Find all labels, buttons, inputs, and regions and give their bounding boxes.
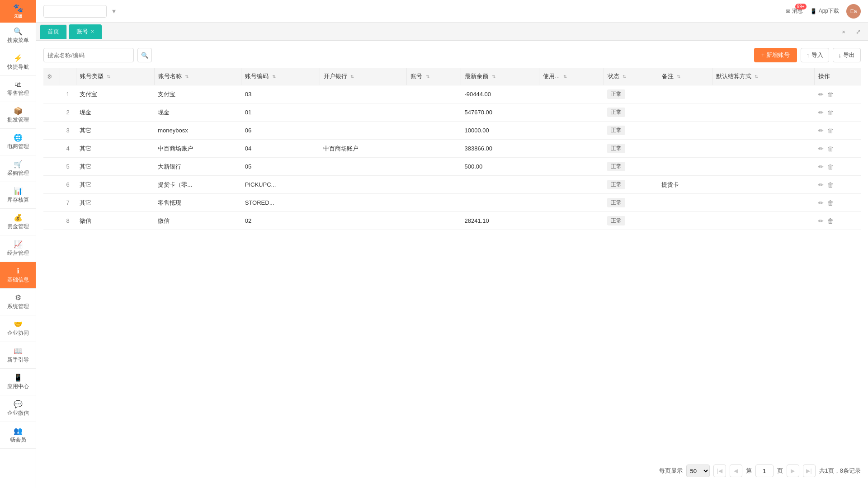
- search-input[interactable]: [43, 48, 134, 62]
- total-records-label: 共1页，8条记录: [819, 467, 861, 475]
- row-usage-cell: [539, 176, 604, 194]
- row-code-cell: 05: [241, 158, 320, 176]
- col-type[interactable]: 账号类型 ⇅: [76, 68, 154, 85]
- delete-icon[interactable]: 🗑: [827, 127, 834, 134]
- row-remark-cell: [658, 158, 712, 176]
- action-buttons: + 新增账号 ↑ 导入 ↓ 导出: [754, 48, 861, 62]
- export-button[interactable]: ↓ 导出: [833, 48, 861, 62]
- first-page-button[interactable]: |◀: [713, 465, 726, 477]
- next-page-button[interactable]: ▶: [787, 465, 799, 477]
- table-row: 5 其它 大新银行 05 500.00 正常 ✏ 🗑: [43, 158, 861, 176]
- import-button[interactable]: ↑ 导入: [801, 48, 829, 62]
- delete-icon[interactable]: 🗑: [827, 91, 834, 98]
- messages-button[interactable]: ✉ 消息 99+: [786, 7, 803, 15]
- delete-icon[interactable]: 🗑: [827, 145, 834, 152]
- sidebar-item-guide[interactable]: 📖 新手引导: [0, 342, 36, 369]
- current-page-input[interactable]: [755, 465, 774, 477]
- row-checkbox-cell: [43, 194, 60, 212]
- window-close-btn[interactable]: ×: [837, 25, 850, 38]
- col-bank[interactable]: 开户银行 ⇅: [320, 68, 406, 85]
- edit-icon[interactable]: ✏: [818, 109, 824, 116]
- top-search-dropdown[interactable]: ▾: [112, 7, 116, 15]
- col-settings[interactable]: ⚙: [43, 68, 60, 85]
- sidebar-item-member[interactable]: 👥 畅会员: [0, 422, 36, 449]
- status-badge: 正常: [607, 180, 625, 189]
- edit-icon[interactable]: ✏: [818, 163, 824, 170]
- sidebar-item-enterprise[interactable]: 🤝 企业协同: [0, 315, 36, 342]
- row-type-cell: 现金: [76, 103, 154, 122]
- row-usage-cell: [539, 158, 604, 176]
- delete-icon[interactable]: 🗑: [827, 109, 834, 116]
- sidebar-item-search[interactable]: 🔍 搜索菜单: [0, 23, 36, 49]
- sidebar-item-wholesale[interactable]: 📦 批发管理: [0, 102, 36, 129]
- edit-icon[interactable]: ✏: [818, 199, 824, 206]
- sidebar-item-ecommerce[interactable]: 🌐 电商管理: [0, 129, 36, 155]
- edit-icon[interactable]: ✏: [818, 145, 824, 152]
- row-account-cell: [406, 122, 461, 140]
- status-badge: 正常: [607, 108, 625, 117]
- accounts-table-wrap: ⚙ 账号类型 ⇅ 账号名称 ⇅ 账号编码 ⇅: [43, 68, 861, 455]
- col-account[interactable]: 账号 ⇅: [406, 68, 461, 85]
- window-maximize-btn[interactable]: ⤢: [852, 25, 864, 38]
- sidebar-item-shortcut[interactable]: ⚡ 快捷导航: [0, 49, 36, 76]
- col-usage[interactable]: 使用... ⇅: [539, 68, 604, 85]
- sidebar-item-finance[interactable]: 💰 资金管理: [0, 209, 36, 235]
- status-badge: 正常: [607, 162, 625, 171]
- tab-home[interactable]: 首页: [40, 24, 67, 39]
- edit-icon[interactable]: ✏: [818, 217, 824, 225]
- sidebar-item-appcenter[interactable]: 📱 应用中心: [0, 369, 36, 395]
- search-button[interactable]: 🔍: [137, 48, 152, 62]
- col-status[interactable]: 状态 ⇅: [604, 68, 658, 85]
- col-settlement-label: 默认结算方式: [716, 73, 751, 80]
- delete-icon[interactable]: 🗑: [827, 163, 834, 170]
- prev-page-button[interactable]: ◀: [730, 465, 742, 477]
- sidebar-item-search-label: 搜索菜单: [2, 37, 34, 44]
- sidebar-item-system[interactable]: ⚙ 系统管理: [0, 289, 36, 315]
- export-label: 导出: [843, 51, 855, 59]
- column-settings-icon[interactable]: ⚙: [47, 73, 52, 80]
- page-size-select[interactable]: 50 100: [686, 465, 710, 477]
- row-name-cell: 现金: [154, 103, 241, 122]
- wholesale-icon: 📦: [2, 107, 34, 115]
- add-account-button[interactable]: + 新增账号: [754, 48, 797, 62]
- row-actions-cell: ✏ 🗑: [815, 103, 861, 122]
- row-settlement-cell: [712, 140, 815, 158]
- row-balance-cell: [461, 194, 539, 212]
- col-settlement-sort-icon: ⇅: [755, 74, 758, 79]
- row-bank-cell: [320, 194, 406, 212]
- enterprise-icon: 🤝: [2, 320, 34, 328]
- delete-icon[interactable]: 🗑: [827, 199, 834, 206]
- last-page-button[interactable]: ▶|: [803, 465, 816, 477]
- col-balance[interactable]: 最新余额 ⇅: [461, 68, 539, 85]
- sidebar-item-wechat[interactable]: 💬 企业微信: [0, 395, 36, 422]
- row-balance-cell: 383866.00: [461, 140, 539, 158]
- top-search-input[interactable]: [43, 5, 107, 18]
- delete-icon[interactable]: 🗑: [827, 181, 834, 188]
- col-default-settlement[interactable]: 默认结算方式 ⇅: [712, 68, 815, 85]
- row-bank-cell: [320, 212, 406, 230]
- edit-icon[interactable]: ✏: [818, 127, 824, 134]
- tab-accounts-close[interactable]: ×: [91, 28, 94, 35]
- delete-icon[interactable]: 🗑: [827, 217, 834, 225]
- edit-icon[interactable]: ✏: [818, 91, 824, 98]
- sidebar-item-inventory[interactable]: 📊 库存核算: [0, 182, 36, 209]
- sidebar-item-operations[interactable]: 📈 经营管理: [0, 235, 36, 262]
- sidebar-item-wechat-label: 企业微信: [2, 409, 34, 417]
- edit-icon[interactable]: ✏: [818, 181, 824, 188]
- col-code[interactable]: 账号编码 ⇅: [241, 68, 320, 85]
- row-status-cell: 正常: [604, 194, 658, 212]
- tab-accounts-label: 账号: [76, 28, 88, 36]
- sidebar-item-purchase[interactable]: 🛒 采购管理: [0, 155, 36, 182]
- guide-icon: 📖: [2, 347, 34, 355]
- row-balance-cell: -90444.00: [461, 85, 539, 103]
- sidebar-item-basic[interactable]: ℹ 基础信息: [0, 262, 36, 289]
- col-remark[interactable]: 备注 ⇅: [658, 68, 712, 85]
- user-avatar[interactable]: Ea: [846, 4, 861, 19]
- col-name[interactable]: 账号名称 ⇅: [154, 68, 241, 85]
- col-actions: 操作: [815, 68, 861, 85]
- row-type-cell: 其它: [76, 194, 154, 212]
- app-download-button[interactable]: 📱 App下载: [810, 7, 839, 15]
- sidebar-item-retail[interactable]: 🛍 零售管理: [0, 76, 36, 102]
- tab-accounts[interactable]: 账号 ×: [69, 24, 102, 39]
- row-status-cell: 正常: [604, 85, 658, 103]
